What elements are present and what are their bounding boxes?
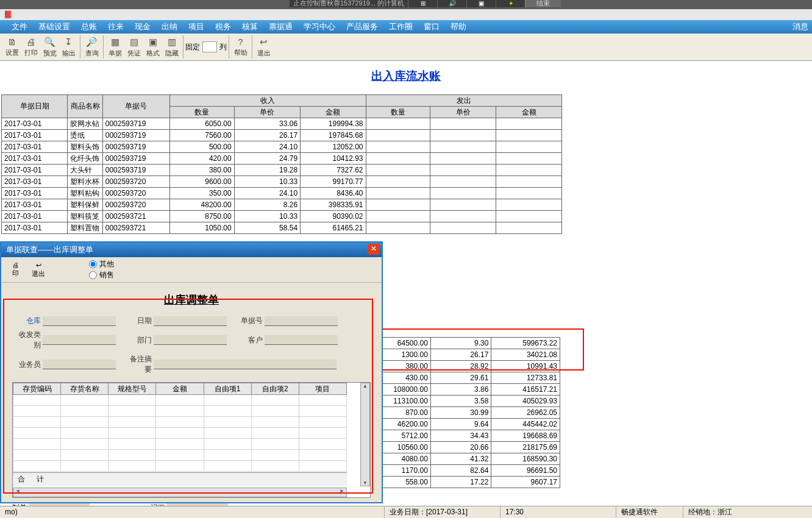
col-header-in-amt[interactable]: 金额 [301, 107, 366, 118]
sub-col-header[interactable]: 存货名称 [61, 383, 109, 395]
menu-cash[interactable]: 现金 [129, 21, 156, 32]
table-row[interactable]: 1170.0082.6496691.50 [382, 465, 560, 477]
table-row[interactable]: 2017-03-01塑料头饰0002593719500.0024.1012052… [2, 141, 562, 153]
table-row[interactable] [13, 461, 347, 472]
menu-cashier[interactable]: 出纳 [156, 21, 183, 32]
menu-tax[interactable]: 税务 [210, 21, 237, 32]
tool-preview[interactable]: 🔍预览 [40, 35, 59, 59]
table-row[interactable]: 2017-03-01塑料粘钩0002593720350.0024.108436.… [2, 188, 562, 199]
docno-field[interactable] [265, 316, 338, 326]
menu-costing[interactable]: 核算 [237, 21, 263, 32]
warehouse-field[interactable] [43, 316, 116, 326]
menu-messages[interactable]: 消息 [792, 21, 812, 32]
preview-icon: 🔍 [44, 37, 55, 48]
radio-other[interactable] [89, 260, 97, 268]
type-field[interactable] [43, 335, 116, 345]
tool-voucher[interactable]: ▤凭证 [124, 35, 143, 59]
tool-document[interactable]: ▦单据 [105, 35, 124, 59]
salesperson-field[interactable] [43, 360, 116, 369]
table-row[interactable]: 2017-03-01胶网水钻00025937196050.0033.061999… [2, 118, 562, 130]
col-header-in-price[interactable]: 单价 [234, 107, 300, 118]
table-row[interactable]: 2017-03-01塑料水杯00025937209600.0010.339917… [2, 176, 562, 188]
table-row[interactable] [13, 417, 347, 428]
tool-exit[interactable]: ↩退出 [254, 35, 273, 59]
close-icon[interactable]: ✕ [368, 244, 380, 255]
col-header-name[interactable]: 商品名称 [68, 95, 102, 118]
table-row[interactable]: 108000.003.86416517.21 [382, 384, 560, 396]
menu-window[interactable]: 窗口 [418, 21, 445, 32]
table-row[interactable]: 380.0028.9210991.43 [382, 361, 560, 372]
menu-help[interactable]: 帮助 [445, 21, 472, 32]
menu-bill[interactable]: 票据通 [263, 21, 298, 32]
sub-col-header[interactable]: 规格型号 [109, 383, 156, 395]
table-row[interactable]: 430.0029.6112733.81 [382, 372, 560, 384]
customer-field[interactable] [265, 335, 338, 345]
table-row[interactable]: 2017-03-01塑料筷笼00025937218750.0010.339039… [2, 211, 562, 222]
dialog-titlebar[interactable]: 单据联查——出库调整单 ✕ [1, 243, 382, 257]
col-header-income[interactable]: 收入 [170, 95, 366, 107]
col-header-in-qty[interactable]: 数量 [170, 107, 234, 118]
table-row[interactable]: 5712.0034.43196688.69 [382, 430, 560, 442]
sub-col-header[interactable]: 项目 [299, 383, 346, 395]
table-row[interactable]: 870.0030.9926962.05 [382, 407, 560, 419]
menu-gl[interactable]: 总账 [76, 21, 102, 32]
dlg-tool-print[interactable]: 🖨印 [6, 261, 24, 278]
table-row[interactable]: 10560.0020.66218175.69 [382, 442, 560, 453]
menu-arap[interactable]: 往来 [102, 21, 129, 32]
col-header-out-amt[interactable]: 金额 [496, 107, 562, 118]
menu-basicsetup[interactable]: 基础设置 [33, 21, 76, 32]
table-row[interactable]: 1300.0026.1734021.08 [382, 349, 560, 361]
table-row[interactable]: 2017-03-01塑料保鲜000259372048200.008.263983… [2, 199, 562, 211]
col-header-out-price[interactable]: 单价 [430, 107, 496, 118]
table-row[interactable] [13, 428, 347, 439]
menu-products[interactable]: 产品服务 [341, 21, 383, 32]
radio-other-label[interactable]: 其他 [89, 259, 114, 269]
table-row[interactable]: 2017-03-01塑料置物00025937211050.0058.546146… [2, 222, 562, 234]
dlg-tool-exit[interactable]: ↩退出 [29, 261, 48, 279]
table-row[interactable]: 46200.009.64445442.02 [382, 419, 560, 430]
table-row[interactable]: 2017-03-01化纤头饰0002593719420.0024.7910412… [2, 153, 562, 165]
table-row[interactable] [13, 439, 347, 450]
menu-learn[interactable]: 学习中心 [298, 21, 341, 32]
memo-field[interactable] [154, 360, 337, 369]
dept-field[interactable] [154, 335, 227, 345]
sub-col-header[interactable]: 金额 [156, 383, 204, 395]
tool-help[interactable]: ?帮助 [231, 35, 250, 59]
table-row[interactable]: 4080.0041.32168590.30 [382, 453, 560, 465]
tool-export[interactable]: ↧输出 [59, 35, 78, 59]
menu-workgroup[interactable]: 工作圈 [383, 21, 418, 32]
table-row[interactable]: 2017-03-01大头针0002593719380.0019.287327.6… [2, 165, 562, 176]
sub-col-header[interactable]: 自由项1 [204, 383, 251, 395]
tool-settings[interactable]: 🗎设置 [2, 35, 21, 59]
tool-format[interactable]: ▣格式 [143, 35, 162, 59]
toolbar-icon-1[interactable]: ⊞ [408, 0, 437, 7]
vertical-scrollbar[interactable] [360, 383, 370, 486]
toolbar-icon-2[interactable]: 🔊 [437, 0, 466, 7]
table-row[interactable] [13, 406, 347, 417]
tool-print[interactable]: 🖨打印 [21, 35, 40, 59]
col-header-out-qty[interactable]: 数量 [366, 107, 430, 118]
date-field[interactable] [154, 316, 227, 326]
fixed-col-input[interactable] [202, 41, 217, 52]
table-row[interactable]: 558.0017.229607.17 [382, 477, 560, 488]
col-header-date[interactable]: 单据日期 [2, 95, 68, 118]
toolbar-icon-4[interactable]: ✦ [496, 0, 525, 7]
horizontal-scrollbar[interactable]: ◄► [13, 488, 347, 497]
sub-col-header[interactable]: 自由项2 [251, 383, 299, 395]
menu-file[interactable]: 文件 [6, 21, 33, 32]
table-row[interactable]: 2017-03-01烫纸00025937197560.0026.17197845… [2, 130, 562, 141]
tool-hide[interactable]: ▥隐藏 [162, 35, 181, 59]
col-header-doc[interactable]: 单据号 [102, 95, 169, 118]
menu-project[interactable]: 项目 [183, 21, 210, 32]
tool-query[interactable]: 🔎查询 [82, 35, 101, 59]
end-session-button[interactable]: 结束 [525, 0, 561, 7]
table-row[interactable]: 113100.003.58405029.93 [382, 396, 560, 407]
toolbar-icon-3[interactable]: ▣ [466, 0, 496, 7]
radio-sales-label[interactable]: 销售 [89, 270, 114, 280]
table-row[interactable]: 64500.009.30599673.22 [382, 338, 560, 349]
radio-sales[interactable] [89, 271, 97, 279]
table-row[interactable] [13, 450, 347, 461]
sub-col-header[interactable]: 存货编码 [13, 383, 61, 395]
table-row[interactable] [13, 395, 347, 406]
col-header-issue[interactable]: 发出 [366, 95, 561, 107]
